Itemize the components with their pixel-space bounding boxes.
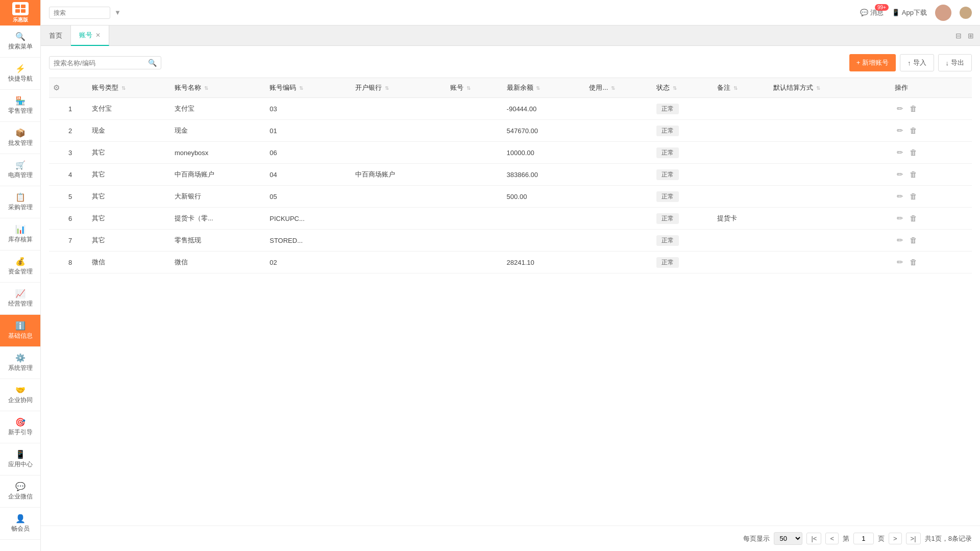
edit-button[interactable]: ✏	[895, 235, 905, 246]
th-type[interactable]: 账号类型 ⇅	[88, 78, 170, 98]
sidebar-item-capital-mgmt[interactable]: 💰 资金管理	[0, 251, 40, 283]
cell-settings	[49, 164, 64, 186]
import-icon: ↑	[908, 59, 911, 67]
edit-button[interactable]: ✏	[895, 257, 905, 268]
delete-button[interactable]: 🗑	[908, 169, 919, 180]
cell-remark	[713, 186, 769, 208]
sidebar-item-enterprise-wechat[interactable]: 💬 企业微信	[0, 475, 40, 508]
cell-action: ✏ 🗑	[891, 120, 972, 142]
svg-rect-1	[21, 5, 26, 8]
cell-action: ✏ 🗑	[891, 208, 972, 230]
th-remark[interactable]: 备注 ⇅	[713, 78, 769, 98]
app-download-button[interactable]: 📱 App下载	[892, 8, 927, 17]
app-logo: 乐惠版	[0, 0, 40, 26]
cell-account	[446, 208, 502, 230]
sidebar-item-label: 搜索菜单	[2, 42, 38, 51]
sidebar-item-search-menu[interactable]: 🔍 搜索菜单	[0, 26, 40, 58]
th-usage[interactable]: 使用... ⇅	[585, 78, 652, 98]
delete-button[interactable]: 🗑	[908, 125, 919, 136]
export-button[interactable]: ↓ 导出	[938, 54, 972, 71]
topbar-left: ▼	[49, 7, 121, 19]
tab-maximize-icon[interactable]: ⊞	[966, 30, 976, 42]
sidebar-item-app-center[interactable]: 📱 应用中心	[0, 443, 40, 475]
cell-balance: 547670.00	[503, 120, 585, 142]
delete-button[interactable]: 🗑	[908, 103, 919, 114]
table-row: 2 现金 现金 01 547670.00 正常 ✏ 🗑	[49, 120, 972, 142]
edit-button[interactable]: ✏	[895, 103, 905, 114]
th-code[interactable]: 账号编码 ⇅	[265, 78, 351, 98]
tab-account[interactable]: 账号 ✕	[71, 26, 109, 46]
add-account-button[interactable]: + 新增账号	[849, 54, 896, 71]
sidebar-item-operation-mgmt[interactable]: 📈 经营管理	[0, 283, 40, 315]
sidebar-item-system-mgmt[interactable]: ⚙️ 系统管理	[0, 347, 40, 379]
cell-name: moneybosx	[170, 142, 265, 164]
user-avatar[interactable]	[935, 5, 951, 21]
next-page-button[interactable]: >	[889, 533, 902, 544]
cell-bank	[351, 120, 446, 142]
th-account[interactable]: 账号 ⇅	[446, 78, 502, 98]
sidebar-item-quick-nav[interactable]: ⚡ 快捷导航	[0, 58, 40, 90]
message-button[interactable]: 💬 消息 99+	[860, 8, 884, 17]
topbar-search-dropdown-icon[interactable]: ▼	[114, 9, 121, 16]
sidebar-item-free-member[interactable]: 👤 畅会员	[0, 508, 40, 540]
edit-button[interactable]: ✏	[895, 125, 905, 136]
delete-button[interactable]: 🗑	[908, 213, 919, 223]
th-bank[interactable]: 开户银行 ⇅	[351, 78, 446, 98]
cell-name: 支付宝	[170, 98, 265, 120]
sidebar-item-inventory-calc[interactable]: 📊 库存核算	[0, 218, 40, 251]
cell-settings	[49, 98, 64, 120]
delete-button[interactable]: 🗑	[908, 191, 919, 202]
delete-button[interactable]: 🗑	[908, 147, 919, 158]
new-guide-icon: 🎯	[2, 417, 38, 427]
sidebar-item-wholesale-mgmt[interactable]: 📦 批发管理	[0, 122, 40, 154]
cell-status: 正常	[652, 208, 713, 230]
sort-remark-icon: ⇅	[733, 85, 738, 91]
cell-name: 微信	[170, 252, 265, 273]
delete-button[interactable]: 🗑	[908, 257, 919, 267]
sidebar-item-retail-mgmt[interactable]: 🏪 零售管理	[0, 90, 40, 122]
import-button[interactable]: ↑ 导入	[900, 54, 934, 71]
last-page-button[interactable]: >|	[906, 533, 921, 544]
topbar-search-input[interactable]	[49, 7, 110, 19]
sidebar-item-label: 采购管理	[2, 203, 38, 212]
user-avatar-extra[interactable]	[960, 7, 972, 19]
edit-button[interactable]: ✏	[895, 191, 905, 202]
cell-default-settlement	[769, 164, 891, 186]
tab-minimize-icon[interactable]: ⊟	[953, 30, 964, 42]
column-settings-icon[interactable]: ⚙	[53, 83, 60, 92]
sidebar-item-label: 新手引导	[2, 428, 38, 437]
prev-page-button[interactable]: <	[825, 533, 839, 544]
page-input[interactable]	[853, 533, 874, 544]
cell-usage	[585, 98, 652, 120]
tab-account-label: 账号	[79, 31, 92, 40]
th-name[interactable]: 账号名称 ⇅	[170, 78, 265, 98]
sidebar-item-ecommerce-mgmt[interactable]: 🛒 电商管理	[0, 154, 40, 186]
cell-remark	[713, 120, 769, 142]
svg-rect-0	[15, 5, 20, 8]
search-icon[interactable]: 🔍	[148, 59, 157, 67]
app-download-label: App下载	[902, 8, 927, 17]
tab-home[interactable]: 首页	[41, 26, 71, 46]
table-row: 7 其它 零售抵现 STORED... 正常 ✏ 🗑	[49, 230, 972, 252]
th-balance[interactable]: 最新余额 ⇅	[503, 78, 585, 98]
sidebar-item-purchase-mgmt[interactable]: 📋 采购管理	[0, 186, 40, 218]
tab-close-icon[interactable]: ✕	[95, 32, 101, 39]
cell-code: 01	[265, 120, 351, 142]
cell-bank	[351, 142, 446, 164]
cell-settings	[49, 142, 64, 164]
accounts-table: ⚙ 账号类型 ⇅ 账号名称 ⇅ 账号编码 ⇅	[49, 78, 972, 273]
edit-button[interactable]: ✏	[895, 147, 905, 158]
th-status[interactable]: 状态 ⇅	[652, 78, 713, 98]
sidebar-item-enterprise-agreement[interactable]: 🤝 企业协同	[0, 379, 40, 411]
delete-button[interactable]: 🗑	[908, 235, 919, 245]
edit-button[interactable]: ✏	[895, 213, 905, 224]
edit-button[interactable]: ✏	[895, 169, 905, 180]
sidebar-item-new-guide[interactable]: 🎯 新手引导	[0, 411, 40, 443]
th-default-settlement[interactable]: 默认结算方式 ⇅	[769, 78, 891, 98]
search-input[interactable]	[54, 59, 145, 67]
tabbar: 首页 账号 ✕ ⊟ ⊞	[41, 26, 980, 46]
per-page-select[interactable]: 50 20 100	[774, 532, 802, 545]
first-page-button[interactable]: |<	[806, 533, 821, 544]
cell-code: 03	[265, 98, 351, 120]
sidebar-item-basic-info[interactable]: ℹ️ 基础信息	[0, 315, 40, 347]
